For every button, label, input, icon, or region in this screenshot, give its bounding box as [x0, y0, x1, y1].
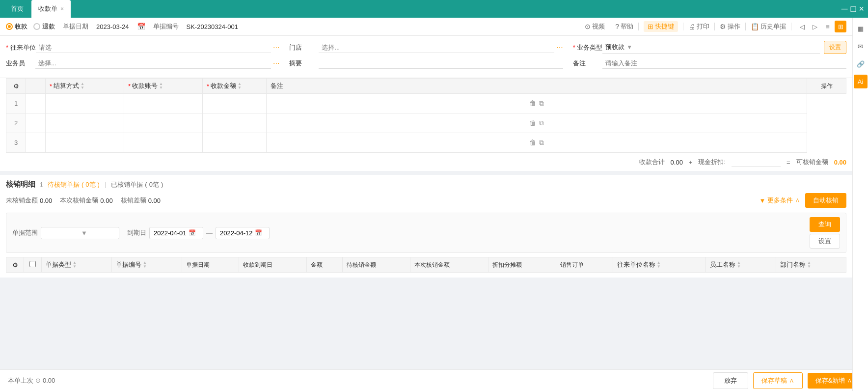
type-radio-group: 收款 退款	[6, 22, 55, 31]
diff-label: 核销差额	[121, 196, 146, 205]
cell-settle-1[interactable]	[26, 94, 46, 113]
copy-row-1-icon[interactable]: ⧉	[539, 99, 544, 108]
table-area: ⚙ *结算方式 ▲▼ *收款账号 ▲▼	[0, 78, 852, 153]
staff-more-icon[interactable]: ···	[273, 59, 279, 68]
active-tab[interactable]: 收款单 ×	[31, 0, 71, 18]
draft-label: 保存草稿 ∧	[761, 376, 794, 385]
home-tab[interactable]: 首页	[4, 0, 30, 18]
cell-account-2[interactable]	[46, 113, 124, 133]
staff-field: 业务员 ···	[6, 58, 279, 69]
date-start[interactable]: 2022-04-01 📅	[149, 227, 203, 239]
video-action[interactable]: ⊙ 视频	[585, 22, 605, 31]
cell-account-1[interactable]	[46, 94, 124, 113]
gear-icon: ⚙	[13, 83, 19, 90]
verify-info-icon[interactable]: ℹ	[40, 181, 43, 188]
radio-dot-tuikuan	[33, 23, 40, 30]
biztype-label: 业务类型	[573, 43, 603, 52]
mail-icon: ✉	[858, 43, 863, 50]
help-action[interactable]: ? 帮助	[615, 22, 633, 31]
cell-amount-2[interactable]	[124, 113, 203, 133]
summary-field: 摘要	[289, 58, 563, 69]
total-label: 收款合计	[639, 158, 665, 167]
more-filter-btn[interactable]: ▼ 更多条件 ∧	[760, 196, 801, 205]
shortcut-action[interactable]: ⊞ 快捷键	[644, 21, 678, 32]
delete-row-1-icon[interactable]: 🗑	[529, 99, 536, 108]
cell-settle-3[interactable]	[26, 133, 46, 153]
vth-check[interactable]	[24, 257, 42, 273]
section-separator	[0, 171, 852, 175]
ai-icon: Ai	[858, 78, 864, 85]
maximize-icon[interactable]: □	[851, 4, 856, 14]
close-window-icon[interactable]: ×	[859, 4, 864, 14]
auto-verify-btn[interactable]: 自动核销	[805, 193, 846, 208]
copy-row-3-icon[interactable]: ⧉	[539, 139, 544, 147]
copy-row-2-icon[interactable]: ⧉	[539, 119, 544, 127]
print-action[interactable]: 🖨 打印	[688, 22, 709, 31]
view-list[interactable]: ≡	[822, 21, 834, 32]
range-select[interactable]: ▼	[41, 227, 119, 239]
history-action[interactable]: 📋 历史单据	[751, 22, 786, 31]
bottom-info-icon[interactable]: ⊙	[35, 377, 41, 384]
delete-row-2-icon[interactable]: 🗑	[529, 119, 536, 127]
summary-input[interactable]	[319, 58, 563, 69]
cell-remark-1[interactable]	[203, 94, 267, 113]
counterparty-input[interactable]	[36, 42, 271, 53]
vth-setting[interactable]: ⚙	[6, 257, 24, 273]
duedate-field: 到期日 2022-04-01 📅 — 2022-04-12 📅	[127, 227, 270, 239]
query-btn[interactable]: 查询	[810, 217, 840, 232]
date-range-sep: —	[206, 229, 213, 237]
radio-shoukuan[interactable]: 收款	[6, 22, 27, 31]
th-action: 操作	[807, 79, 846, 94]
minimize-icon[interactable]: ─	[841, 4, 848, 14]
operate-action[interactable]: ⚙ 操作	[720, 22, 740, 31]
abandon-btn[interactable]: 放弃	[713, 372, 748, 389]
cell-account-3[interactable]	[46, 133, 124, 153]
store-input[interactable]	[319, 42, 554, 53]
filter-setting-btn[interactable]: 设置	[810, 234, 840, 249]
vth-gear-icon: ⚙	[12, 261, 18, 269]
setting-btn[interactable]: 设置	[824, 41, 846, 54]
draft-btn[interactable]: 保存草稿 ∧	[753, 372, 803, 389]
delete-row-3-icon[interactable]: 🗑	[529, 139, 536, 147]
sidebar-ai-icon[interactable]: Ai	[854, 75, 868, 88]
discount-input[interactable]	[732, 157, 781, 167]
pending-tab[interactable]: 待核销单据 ( 0笔 )	[48, 180, 100, 189]
sidebar-table-icon[interactable]: ▦	[854, 22, 868, 35]
print-label: 打印	[697, 22, 709, 31]
sidebar-mail-icon[interactable]: ✉	[854, 39, 868, 53]
cell-amount-3[interactable]	[124, 133, 203, 153]
check-all[interactable]	[29, 261, 36, 267]
remark-input[interactable]	[602, 58, 846, 69]
date-end[interactable]: 2022-04-12 📅	[216, 227, 270, 239]
divider1	[610, 23, 610, 30]
view-prev[interactable]: ◁	[796, 21, 808, 32]
view-next[interactable]: ▷	[809, 21, 821, 32]
help-icon: ?	[615, 23, 619, 30]
vth-sales-order: 销售订单	[556, 257, 613, 273]
store-more-icon[interactable]: ···	[556, 43, 563, 52]
radio-tuikuan[interactable]: 退款	[33, 22, 55, 31]
view-buttons: ◁ ▷ ≡ ⊞	[796, 21, 846, 32]
row-num-3: 3	[6, 133, 26, 153]
cell-remark-2[interactable]	[203, 113, 267, 133]
biztype-value: 预收款	[605, 43, 624, 52]
counterparty-more-icon[interactable]: ···	[273, 43, 279, 52]
biztype-select[interactable]: 预收款 ▼	[602, 41, 820, 54]
filter-label: 更多条件 ∧	[767, 196, 800, 205]
current-value: 0.00	[100, 197, 112, 204]
sidebar-link-icon[interactable]: 🔗	[854, 57, 868, 71]
cell-remark-3[interactable]	[203, 133, 267, 153]
radio-label-shoukuan: 收款	[15, 22, 27, 31]
row-num-1: 1	[6, 94, 26, 113]
cell-amount-1[interactable]	[124, 94, 203, 113]
staff-input[interactable]	[35, 58, 271, 69]
cell-settle-2[interactable]	[26, 113, 46, 133]
calendar-icon[interactable]: 📅	[137, 23, 145, 30]
calendar-end-icon: 📅	[255, 229, 262, 236]
help-label: 帮助	[621, 22, 633, 31]
verified-tab[interactable]: 已核销单据 ( 0笔 )	[111, 180, 163, 189]
print-icon: 🖨	[688, 23, 695, 30]
view-grid[interactable]: ⊞	[835, 21, 846, 32]
close-tab-icon[interactable]: ×	[60, 0, 64, 18]
th-setting[interactable]: ⚙	[6, 79, 26, 94]
